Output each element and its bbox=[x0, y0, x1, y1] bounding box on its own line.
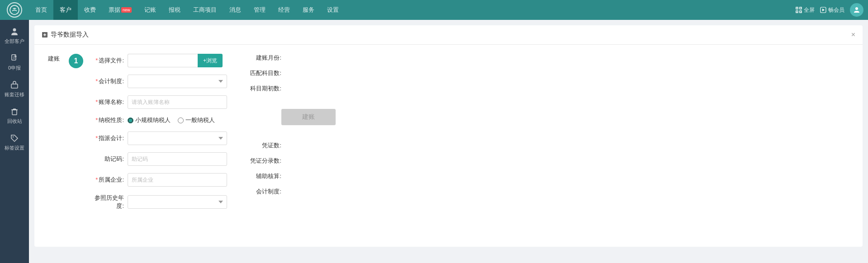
sidebar-item-all-customers[interactable]: 全部客户 bbox=[0, 23, 29, 48]
match-accounts-row: 匹配科目数: bbox=[245, 69, 372, 77]
company-input[interactable] bbox=[128, 173, 227, 187]
tax-type-row: 纳税性质: 小规模纳税人 一般纳税人 bbox=[92, 116, 227, 124]
svg-rect-11 bbox=[12, 110, 17, 115]
small-taxpayer-radio[interactable]: 小规模纳税人 bbox=[128, 116, 171, 124]
user-group-icon bbox=[10, 27, 19, 36]
panel-body: 建账 1 选择文件: +浏览 bbox=[34, 45, 863, 219]
general-taxpayer-label: 一般纳税人 bbox=[185, 116, 215, 124]
trash-icon bbox=[10, 107, 19, 116]
general-taxpayer-radio[interactable]: 一般纳税人 bbox=[178, 116, 215, 124]
sidebar-item-tag-settings[interactable]: 标签设置 bbox=[0, 130, 29, 155]
accounting-system-info-row: 会计制度: bbox=[245, 188, 372, 196]
sidebar: 全部客户 0申报 账套迁移 回收站 bbox=[0, 20, 29, 263]
panel-title: 导爷数据导入 bbox=[42, 31, 89, 39]
voucher-records-label: 凭证分录数: bbox=[245, 157, 281, 165]
nav-item-tax[interactable]: 报税 bbox=[162, 0, 187, 20]
import-icon bbox=[42, 32, 48, 38]
top-nav: 首页 客户 收费 票据 new 记账 报税 工商项目 消息 管理 经营 bbox=[0, 0, 868, 20]
fullscreen-icon bbox=[796, 7, 802, 13]
company-row: 所属企业: bbox=[92, 173, 227, 187]
account-name-label: 账簿名称: bbox=[92, 98, 124, 106]
logo-circle bbox=[7, 2, 22, 18]
nav-item-invoice[interactable]: 票据 new bbox=[102, 0, 138, 20]
nav-item-fee[interactable]: 收费 bbox=[78, 0, 102, 20]
nav-item-manage[interactable]: 管理 bbox=[247, 0, 272, 20]
svg-point-12 bbox=[13, 136, 14, 137]
accountant-label: 指派会计: bbox=[92, 134, 124, 142]
memo-row: 助记码: bbox=[92, 152, 227, 166]
voucher-count-row: 凭证数: bbox=[245, 141, 372, 150]
svg-rect-2 bbox=[800, 7, 802, 9]
accounting-system-info-label: 会计制度: bbox=[245, 188, 281, 196]
play-icon bbox=[820, 7, 826, 13]
file-input-group: +浏览 bbox=[128, 54, 223, 67]
sidebar-item-recycle[interactable]: 回收站 bbox=[0, 103, 29, 128]
accountant-row: 指派会计: bbox=[92, 132, 227, 145]
initial-data-label: 科目期初数: bbox=[245, 85, 281, 93]
auxiliary-label: 辅助核算: bbox=[245, 172, 281, 180]
accounting-system-label: 会计制度: bbox=[92, 77, 124, 85]
close-button[interactable]: × bbox=[851, 31, 855, 38]
svg-rect-9 bbox=[12, 55, 16, 60]
nav-item-bookkeeping[interactable]: 记账 bbox=[138, 0, 162, 20]
company-label: 所属企业: bbox=[92, 176, 124, 184]
nav-item-message[interactable]: 消息 bbox=[223, 0, 247, 20]
history-year-label: 参照历史年度: bbox=[92, 194, 124, 210]
file-label: 选择文件: bbox=[92, 56, 124, 65]
panel-header: 导爷数据导入 × bbox=[34, 25, 863, 45]
small-taxpayer-label: 小规模纳税人 bbox=[135, 116, 171, 124]
tax-type-label: 纳税性质: bbox=[92, 116, 124, 124]
nav-item-operation[interactable]: 经营 bbox=[272, 0, 296, 20]
sidebar-item-account-migration[interactable]: 账套迁移 bbox=[0, 77, 29, 102]
build-btn-container: 建账 bbox=[245, 104, 372, 130]
history-year-row: 参照历史年度: bbox=[92, 194, 227, 210]
auxiliary-row: 辅助核算: bbox=[245, 172, 372, 180]
fullscreen-btn[interactable]: 全屏 bbox=[796, 6, 815, 14]
accounting-system-row: 会计制度: bbox=[92, 75, 227, 88]
info-section: 建账月份: 匹配科目数: 科目期初数: 建账 bbox=[245, 54, 372, 210]
tag-icon bbox=[10, 134, 19, 143]
svg-rect-4 bbox=[800, 11, 802, 13]
accountant-select[interactable] bbox=[128, 132, 227, 145]
svg-rect-1 bbox=[796, 7, 798, 9]
user-avatar[interactable] bbox=[850, 3, 863, 17]
svg-point-7 bbox=[855, 7, 858, 10]
memo-label: 助记码: bbox=[92, 155, 124, 163]
svg-point-8 bbox=[13, 28, 16, 32]
nav-item-business[interactable]: 工商项目 bbox=[187, 0, 223, 20]
logo[interactable] bbox=[5, 0, 24, 20]
voucher-count-label: 凭证数: bbox=[245, 141, 281, 150]
nav-item-customer[interactable]: 客户 bbox=[53, 0, 78, 20]
account-name-input[interactable] bbox=[128, 95, 227, 109]
left-section: 建账 1 选择文件: +浏览 bbox=[48, 54, 227, 210]
memo-input[interactable] bbox=[128, 152, 227, 166]
file-icon bbox=[10, 54, 19, 63]
nav-item-service[interactable]: 服务 bbox=[296, 0, 321, 20]
accounting-month-row: 建账月份: bbox=[245, 54, 372, 62]
step-circle: 1 bbox=[69, 54, 83, 68]
form-section: 选择文件: +浏览 会计制度: bbox=[92, 54, 227, 210]
content-area: 导爷数据导入 × 建账 1 选择文件: bbox=[29, 20, 868, 263]
accounting-system-select[interactable] bbox=[128, 75, 227, 88]
step-section: 建账 1 bbox=[48, 54, 83, 68]
file-row: 选择文件: +浏览 bbox=[92, 54, 227, 67]
svg-marker-6 bbox=[822, 9, 825, 11]
history-year-select[interactable] bbox=[128, 195, 227, 209]
main-layout: 全部客户 0申报 账套迁移 回收站 bbox=[0, 20, 868, 263]
account-name-row: 账簿名称: bbox=[92, 95, 227, 109]
initial-data-row: 科目期初数: bbox=[245, 85, 372, 93]
member-btn[interactable]: 畅会员 bbox=[820, 6, 844, 14]
svg-rect-3 bbox=[796, 11, 798, 13]
user-icon bbox=[853, 6, 860, 14]
nav-item-settings[interactable]: 设置 bbox=[321, 0, 345, 20]
voucher-records-row: 凭证分录数: bbox=[245, 157, 372, 165]
browse-button[interactable]: +浏览 bbox=[198, 54, 223, 67]
tax-radio-group: 小规模纳税人 一般纳税人 bbox=[128, 116, 215, 124]
import-panel: 导爷数据导入 × 建账 1 选择文件: bbox=[34, 25, 863, 247]
build-account-button[interactable]: 建账 bbox=[281, 109, 336, 125]
migration-icon bbox=[10, 80, 19, 89]
nav-item-home[interactable]: 首页 bbox=[29, 0, 53, 20]
match-accounts-label: 匹配科目数: bbox=[245, 69, 281, 77]
sidebar-item-zero-report[interactable]: 0申报 bbox=[0, 50, 29, 75]
file-input[interactable] bbox=[128, 54, 198, 67]
